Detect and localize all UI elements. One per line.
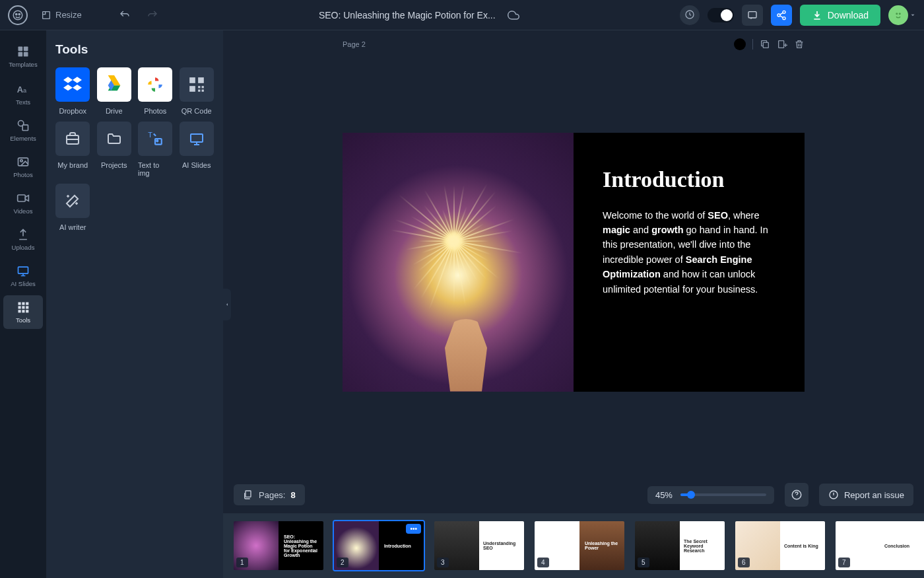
topbar: Resize SEO: Unleashing the Magic Potion … bbox=[0, 0, 924, 30]
thumbnail-2[interactable]: Introduction 2 ••• bbox=[333, 520, 425, 571]
drive-icon bbox=[105, 75, 123, 94]
svg-rect-24 bbox=[22, 303, 24, 305]
tool-text-to-img[interactable]: T Text to img bbox=[138, 122, 173, 177]
download-button[interactable]: Download bbox=[800, 5, 880, 26]
svg-rect-5 bbox=[748, 11, 756, 17]
rail-label: Texts bbox=[16, 98, 30, 106]
folder-icon bbox=[106, 131, 122, 147]
cloud-sync-icon[interactable] bbox=[504, 5, 523, 25]
alert-icon bbox=[828, 489, 839, 500]
svg-point-20 bbox=[20, 160, 22, 162]
thumbnail-number: 7 bbox=[838, 558, 850, 567]
slide[interactable]: Introduction Welcome to the world of SEO… bbox=[343, 133, 805, 392]
document-title[interactable]: SEO: Unleashing the Magic Potion for Ex.… bbox=[319, 10, 496, 20]
zoom-label[interactable]: 45% bbox=[655, 490, 673, 500]
pages-button[interactable]: Pages: 8 bbox=[234, 484, 305, 505]
svg-rect-33 bbox=[198, 77, 204, 83]
duplicate-page-button[interactable] bbox=[760, 39, 770, 50]
rail-label: Uploads bbox=[12, 244, 35, 251]
rail-label: Templates bbox=[9, 61, 37, 68]
svg-rect-34 bbox=[189, 86, 195, 92]
tool-label: Dropbox bbox=[59, 107, 86, 115]
svg-rect-29 bbox=[18, 310, 21, 312]
svg-rect-3 bbox=[43, 11, 50, 18]
texts-icon: Aa bbox=[16, 81, 30, 96]
theme-toggle[interactable] bbox=[708, 8, 734, 22]
thumbnail-5[interactable]: The Secret Keyword Research 5 bbox=[634, 520, 726, 571]
pages-count: 8 bbox=[290, 490, 295, 500]
svg-rect-21 bbox=[18, 195, 26, 201]
svg-rect-12 bbox=[24, 47, 28, 52]
slide-image[interactable] bbox=[343, 133, 574, 392]
tool-qrcode[interactable]: QR Code bbox=[180, 67, 214, 115]
slide-text-area[interactable]: Introduction Welcome to the world of SEO… bbox=[574, 133, 805, 392]
tool-dropbox[interactable]: Dropbox bbox=[55, 67, 90, 115]
share-icon bbox=[776, 10, 787, 20]
comment-button[interactable] bbox=[742, 5, 763, 26]
resize-button[interactable]: Resize bbox=[36, 6, 87, 24]
zoom-slider[interactable] bbox=[680, 493, 766, 496]
app-logo[interactable] bbox=[8, 5, 28, 25]
redo-button[interactable] bbox=[143, 5, 162, 25]
rail-templates[interactable]: Templates bbox=[3, 40, 43, 73]
rail-texts[interactable]: Aa Texts bbox=[3, 76, 43, 111]
page-color-swatch[interactable] bbox=[734, 38, 746, 50]
thumbnail-menu-button[interactable]: ••• bbox=[406, 524, 421, 534]
slide-heading[interactable]: Introduction bbox=[603, 167, 776, 192]
help-button[interactable] bbox=[785, 483, 808, 507]
rail-elements[interactable]: Elements bbox=[3, 114, 43, 147]
thumbnail-4[interactable]: Unleashing the Power 4 bbox=[533, 520, 626, 571]
svg-rect-18 bbox=[22, 125, 28, 130]
report-issue-button[interactable]: Report an issue bbox=[819, 484, 913, 506]
svg-point-1 bbox=[16, 13, 17, 15]
tool-label: Projects bbox=[101, 161, 127, 169]
rail-label: Tools bbox=[16, 316, 30, 324]
tool-label: Text to img bbox=[138, 161, 173, 177]
thumbnail-3[interactable]: Understanding SEO 3 bbox=[433, 520, 525, 571]
thumbnail-number: 3 bbox=[437, 558, 449, 567]
delete-page-button[interactable] bbox=[794, 39, 805, 50]
tool-ai-writer[interactable]: AI writer bbox=[55, 184, 90, 231]
chevron-down-icon bbox=[909, 12, 916, 18]
share-button[interactable] bbox=[771, 5, 792, 26]
tool-ai-slides[interactable]: AI Slides bbox=[180, 122, 214, 177]
slide-body[interactable]: Welcome to the world of SEO, where magic… bbox=[603, 208, 776, 297]
thumbnail-number: 5 bbox=[638, 558, 649, 567]
svg-rect-32 bbox=[189, 77, 195, 83]
page-label: Page 2 bbox=[343, 40, 366, 48]
account-menu[interactable] bbox=[888, 5, 916, 25]
svg-point-0 bbox=[13, 11, 22, 20]
tool-projects[interactable]: Projects bbox=[97, 122, 132, 177]
thumbnail-7[interactable]: Conclusion 7 bbox=[834, 520, 924, 571]
tool-label: AI Slides bbox=[182, 161, 211, 169]
templates-icon bbox=[16, 45, 30, 58]
videos-icon bbox=[16, 192, 30, 205]
rail-photos[interactable]: Photos bbox=[3, 150, 43, 184]
tools-panel: Tools Dropbox Drive Photos QR Code bbox=[46, 30, 223, 578]
rail-tools[interactable]: Tools bbox=[3, 295, 43, 329]
tool-my-brand[interactable]: My brand bbox=[55, 122, 90, 177]
add-page-button[interactable] bbox=[777, 39, 787, 50]
svg-rect-13 bbox=[18, 52, 23, 57]
tool-drive[interactable]: Drive bbox=[97, 67, 132, 115]
svg-rect-26 bbox=[18, 306, 21, 308]
photos-icon bbox=[16, 155, 30, 168]
qrcode-icon bbox=[188, 76, 205, 93]
tool-photos[interactable]: Photos bbox=[138, 67, 173, 115]
history-icon[interactable] bbox=[680, 5, 700, 25]
rail-ai-slides[interactable]: AI Slides bbox=[3, 259, 43, 293]
thumbnail-strip[interactable]: SEO: Unleashing the Magic Potion for Exp… bbox=[223, 513, 924, 578]
thumbnail-1[interactable]: SEO: Unleashing the Magic Potion for Exp… bbox=[232, 520, 325, 571]
thumbnail-6[interactable]: Content is King 6 bbox=[734, 520, 826, 571]
svg-rect-31 bbox=[26, 310, 28, 312]
rail-label: Videos bbox=[14, 207, 33, 215]
dropbox-icon bbox=[63, 75, 82, 94]
svg-point-42 bbox=[156, 140, 158, 141]
zoom-control: 45% bbox=[647, 486, 774, 504]
rail-videos[interactable]: Videos bbox=[3, 186, 43, 220]
svg-rect-43 bbox=[191, 134, 203, 142]
rail-uploads[interactable]: Uploads bbox=[3, 223, 43, 256]
thumbnail-number: 1 bbox=[236, 558, 248, 567]
undo-button[interactable] bbox=[115, 5, 135, 25]
briefcase-icon bbox=[65, 131, 81, 147]
